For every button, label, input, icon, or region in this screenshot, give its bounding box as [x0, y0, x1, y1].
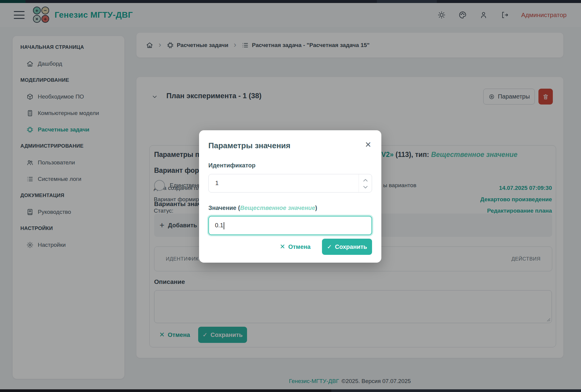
value-label-prefix: Значение (	[208, 205, 240, 211]
modal-cancel-button[interactable]: ✕ Отмена	[280, 243, 311, 251]
spinner-down-icon[interactable]	[363, 185, 368, 189]
text-caret	[224, 222, 224, 229]
identifier-label: Идентификатор	[208, 162, 255, 169]
number-spinners	[359, 174, 372, 193]
screen: +−×÷ Генезис МГТУ-ДВГ Администратор НАЧА…	[0, 0, 581, 392]
value-text: 0.1	[215, 222, 223, 228]
value-label-suffix: )	[315, 205, 317, 211]
value-text-input[interactable]: 0.1	[208, 216, 372, 235]
x-icon: ✕	[280, 243, 285, 251]
check-icon: ✓	[327, 243, 332, 250]
modal-save-label: Сохранить	[335, 243, 367, 250]
value-parameters-modal: Параметры значения ✕ Идентификатор 1 Зна…	[199, 130, 381, 263]
value-input-value: 0.1	[215, 222, 224, 229]
modal-title: Параметры значения	[208, 141, 290, 150]
modal-actions: ✕ Отмена ✓ Сохранить	[208, 239, 372, 255]
spinner-up-icon[interactable]	[363, 178, 368, 182]
identifier-value: 1	[215, 180, 219, 187]
identifier-number-input[interactable]: 1	[208, 174, 372, 193]
value-label: Значение (Вещественное значение)	[208, 205, 317, 211]
close-icon[interactable]: ✕	[363, 140, 373, 149]
modal-cancel-label: Отмена	[288, 243, 311, 250]
modal-save-button[interactable]: ✓ Сохранить	[322, 239, 372, 255]
value-type-label: Вещественное значение	[240, 205, 315, 211]
